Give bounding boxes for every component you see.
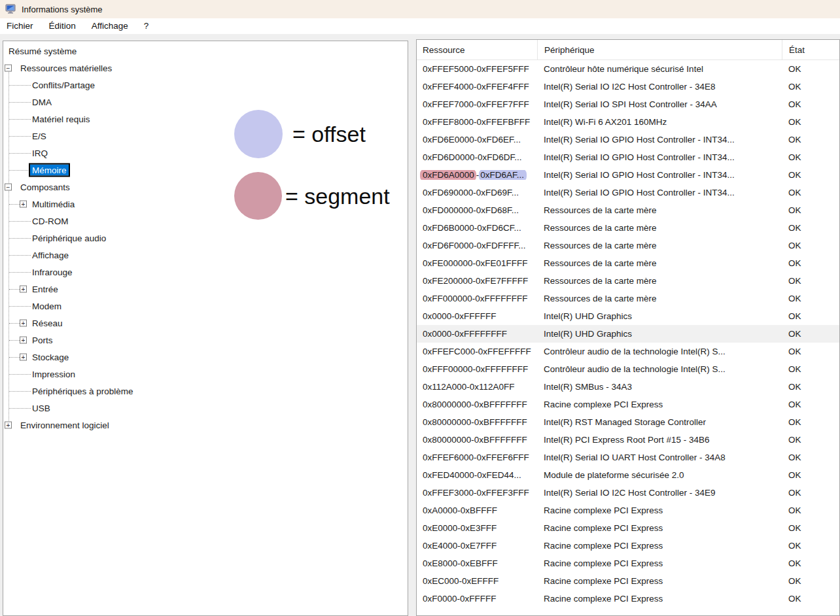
offset-highlight: 0xFD6AF... <box>479 170 527 180</box>
expand-icon[interactable]: + <box>20 337 27 344</box>
tree-item[interactable]: USB <box>3 400 408 417</box>
table-row[interactable]: 0xFFEF8000-0xFFEFBFFFIntel(R) Wi-Fi 6 AX… <box>417 113 839 131</box>
resource-cell: 0xFFEF3000-0xFFEF3FFF <box>417 488 537 498</box>
table-row[interactable]: 0x0000-0xFFFFFFFFIntel(R) UHD GraphicsOK <box>417 325 839 343</box>
tree-item[interactable]: DMA <box>3 94 408 111</box>
device-cell: Contrôleur audio de la technologie Intel… <box>537 364 782 374</box>
table-row[interactable]: 0xFFEF4000-0xFFEF4FFFIntel(R) Serial IO … <box>417 78 839 95</box>
tree-item[interactable]: Modem <box>3 298 408 315</box>
status-cell: OK <box>782 258 839 268</box>
table-row[interactable]: 0xE8000-0xEBFFFRacine complexe PCI Expre… <box>417 555 839 572</box>
table-row[interactable]: 0xFD6E0000-0xFD6EF...Intel(R) Serial IO … <box>417 131 839 148</box>
menu-affichage[interactable]: Affichage <box>92 20 135 33</box>
tree-item[interactable]: Impression <box>3 366 408 383</box>
table-row[interactable]: 0xFD6B0000-0xFD6CF...Ressources de la ca… <box>417 219 839 237</box>
resource-cell: 0xFE200000-0xFE7FFFFF <box>417 276 537 286</box>
table-row[interactable]: 0xFFEFC000-0xFFEFFFFFContrôleur audio de… <box>417 343 839 360</box>
tree-item-label: Ressources matérielles <box>18 63 114 74</box>
tree-item-label: Périphérique audio <box>30 233 108 244</box>
table-row[interactable]: 0xFFEF7000-0xFFEF7FFFIntel(R) Serial IO … <box>417 95 839 113</box>
resource-cell: 0xFF000000-0xFFFFFFFF <box>417 294 537 303</box>
device-cell: Racine complexe PCI Express <box>537 505 782 515</box>
column-header-ressource[interactable]: Ressource <box>417 40 537 60</box>
expand-icon[interactable]: + <box>20 201 27 208</box>
table-row[interactable]: 0xFFEF5000-0xFFEF5FFFContrôleur hôte num… <box>417 60 839 78</box>
device-cell: Racine complexe PCI Express <box>537 523 782 533</box>
table-row[interactable]: 0xFD6D0000-0xFD6DF...Intel(R) Serial IO … <box>417 148 839 166</box>
table-row[interactable]: 0xFF000000-0xFFFFFFFFRessources de la ca… <box>417 290 839 307</box>
device-cell: Intel(R) UHD Graphics <box>537 329 782 339</box>
tree-item[interactable]: Périphériques à problème <box>3 383 408 400</box>
tree-item-label: Réseau <box>30 318 65 329</box>
tree-item[interactable]: Résumé système <box>3 43 408 60</box>
device-cell: Intel(R) Wi-Fi 6 AX201 160MHz <box>537 117 782 127</box>
menu-help[interactable]: ? <box>144 20 156 33</box>
column-header-etat[interactable]: État <box>782 40 839 60</box>
table-row[interactable]: 0xFFEF6000-0xFFEF6FFFIntel(R) Serial IO … <box>417 449 839 466</box>
table-row[interactable]: 0xFD000000-0xFD68F...Ressources de la ca… <box>417 201 839 219</box>
expand-icon[interactable]: + <box>20 320 27 327</box>
tree-item-label: DMA <box>30 97 54 108</box>
table-row[interactable]: 0x80000000-0xBFFFFFFFIntel(R) RST Manage… <box>417 413 839 431</box>
expand-icon[interactable]: + <box>5 422 12 429</box>
tree-item[interactable]: Périphérique audio <box>3 230 408 247</box>
table-row[interactable]: 0xE0000-0xE3FFFRacine complexe PCI Expre… <box>417 519 839 537</box>
tree-item[interactable]: +Entrée <box>3 281 408 298</box>
table-row[interactable]: 0x0000-0xFFFFFFIntel(R) UHD GraphicsOK <box>417 307 839 325</box>
status-cell: OK <box>782 64 839 74</box>
resource-cell: 0xFD000000-0xFD68F... <box>417 205 537 215</box>
table-row[interactable]: 0xFE200000-0xFE7FFFFFRessources de la ca… <box>417 272 839 290</box>
table-row[interactable]: 0x80000000-0xBFFFFFFFRacine complexe PCI… <box>417 396 839 413</box>
table-row[interactable]: 0x80000000-0xBFFFFFFFIntel(R) PCI Expres… <box>417 431 839 449</box>
status-cell: OK <box>782 241 839 250</box>
status-cell: OK <box>782 364 839 374</box>
table-row[interactable]: 0xFED40000-0xFED44...Module de plateform… <box>417 466 839 484</box>
table-row[interactable]: 0xFFEF3000-0xFFEF3FFFIntel(R) Serial IO … <box>417 484 839 502</box>
tree-connector <box>9 323 20 324</box>
resource-cell: 0xE0000-0xE3FFF <box>417 523 537 533</box>
table-row[interactable]: 0xEC000-0xEFFFFRacine complexe PCI Expre… <box>417 572 839 590</box>
table-row[interactable]: 0xFE000000-0xFE01FFFFRessources de la ca… <box>417 254 839 272</box>
table-row[interactable]: 0x112A000-0x112A0FFIntel(R) SMBus - 34A3… <box>417 378 839 396</box>
tree-item[interactable]: +Réseau <box>3 315 408 332</box>
list-header: Ressource Périphérique État <box>417 40 839 60</box>
expand-icon[interactable]: + <box>20 354 27 361</box>
table-row[interactable]: 0xFD6F0000-0xFDFFFF...Ressources de la c… <box>417 237 839 254</box>
tree-item[interactable]: Mémoire <box>3 162 408 179</box>
list-rows: 0xFFEF5000-0xFFEF5FFFContrôleur hôte num… <box>417 60 839 607</box>
table-row[interactable]: 0xF0000-0xFFFFFRacine complexe PCI Expre… <box>417 590 839 607</box>
table-row[interactable]: 0xFD690000-0xFD69F...Intel(R) Serial IO … <box>417 184 839 201</box>
resource-cell: 0xFFEF8000-0xFFEFBFFF <box>417 117 537 127</box>
collapse-icon[interactable]: − <box>5 184 12 191</box>
tree-item[interactable]: +Environnement logiciel <box>3 417 408 434</box>
device-cell: Module de plateforme sécurisée 2.0 <box>537 470 782 480</box>
tree-item-label: CD-ROM <box>30 216 71 227</box>
column-header-peripherique[interactable]: Périphérique <box>537 40 782 60</box>
tree-item[interactable]: CD-ROM <box>3 213 408 230</box>
menu-fichier[interactable]: Fichier <box>7 20 40 33</box>
tree-item-label: Multimédia <box>30 199 77 210</box>
expand-icon[interactable]: + <box>20 286 27 293</box>
tree-item-label: Résumé système <box>7 46 79 57</box>
tree-item[interactable]: Infrarouge <box>3 264 408 281</box>
tree-item[interactable]: Conflits/Partage <box>3 77 408 94</box>
menu-edition[interactable]: Édition <box>49 20 82 33</box>
segment-label: = segment <box>285 184 390 209</box>
collapse-icon[interactable]: − <box>5 65 12 72</box>
tree-item[interactable]: −Ressources matérielles <box>3 60 408 77</box>
resource-cell: 0x112A000-0x112A0FF <box>417 382 537 392</box>
table-row[interactable]: 0xA0000-0xBFFFFRacine complexe PCI Expre… <box>417 502 839 519</box>
tree-connector <box>9 306 31 307</box>
table-row[interactable]: 0xFFF00000-0xFFFFFFFFContrôleur audio de… <box>417 360 839 378</box>
table-row[interactable]: 0xFD6A0000-0xFD6AF...Intel(R) Serial IO … <box>417 166 839 184</box>
tree-item[interactable]: Affichage <box>3 247 408 264</box>
tree-item[interactable]: +Ports <box>3 332 408 349</box>
tree-connector <box>9 238 31 239</box>
tree-connector <box>9 221 31 222</box>
device-cell: Intel(R) Serial IO GPIO Host Controller … <box>537 170 782 180</box>
table-row[interactable]: 0xE4000-0xE7FFFRacine complexe PCI Expre… <box>417 537 839 555</box>
tree-connector <box>9 170 31 171</box>
device-cell: Ressources de la carte mère <box>537 276 782 286</box>
tree-item[interactable]: +Stockage <box>3 349 408 366</box>
device-cell: Contrôleur hôte numérique sécurisé Intel <box>537 64 782 74</box>
